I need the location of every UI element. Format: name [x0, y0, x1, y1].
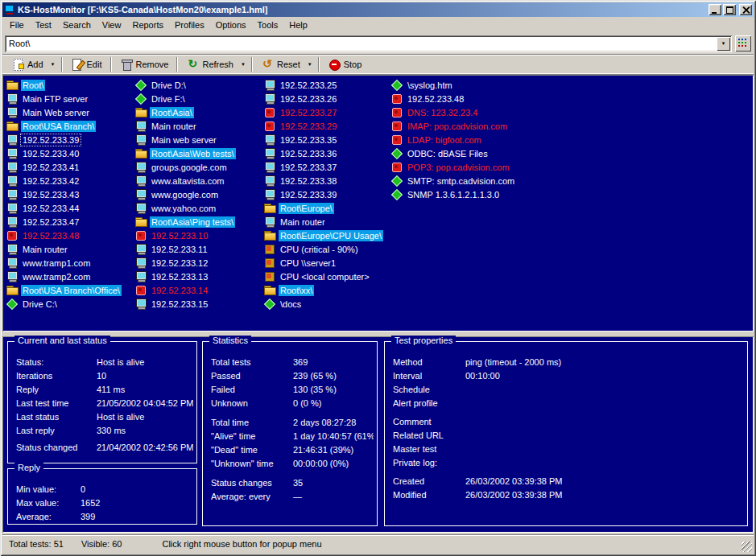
tree-item[interactable]: 192.52.233.39 [4, 133, 133, 146]
maximize-button[interactable] [723, 4, 736, 15]
tree-item[interactable]: 192.52.233.35 [262, 133, 389, 146]
tree-item[interactable]: 192.52.233.25 [262, 78, 389, 92]
path-combo-input[interactable] [5, 35, 717, 52]
tree-item-label: Drive D:\ [150, 80, 188, 91]
tree-item[interactable]: 192.52.233.13 [133, 270, 262, 283]
tree-item[interactable]: 192.52.233.40 [4, 146, 133, 160]
menu-item-profiles[interactable]: Profiles [169, 19, 210, 31]
tree-item[interactable]: POP3: pop.cadvision.com [389, 160, 562, 174]
field-value: 10 [97, 371, 106, 381]
tree-item[interactable]: 192.52.233.11 [133, 242, 262, 256]
close-button[interactable] [739, 4, 752, 15]
chevron-down-icon[interactable]: ▼ [48, 62, 58, 67]
tree-folder-item[interactable]: Root\Asia\Ping tests\ [133, 215, 262, 229]
resize-grip[interactable] [742, 542, 752, 552]
tree-item[interactable]: www.altavista.com [133, 174, 262, 187]
tree-item[interactable]: CPU <local computer> [262, 270, 389, 283]
tree-item[interactable]: www.tramp2.com [4, 270, 133, 283]
tree-item[interactable]: Main web server [133, 133, 262, 146]
refresh-button[interactable]: ↻Refresh [181, 56, 238, 73]
tree-item[interactable]: 192.52.233.38 [262, 174, 389, 187]
tree-folder-item[interactable]: Root\Europe\CPU Usage\ [262, 229, 389, 242]
tree-item-label: Root\USA Branch\ [21, 121, 96, 132]
tree-item[interactable]: DNS: 123.32.23.4 [389, 105, 562, 119]
tree-item[interactable]: Main FTP server [4, 92, 133, 105]
combo-dropdown-button[interactable]: ▼ [717, 37, 730, 51]
tree-item[interactable]: 192.52.233.37 [262, 160, 389, 174]
tree-item[interactable]: 192.52.233.27 [262, 105, 389, 119]
menu-item-view[interactable]: View [97, 19, 127, 31]
tree-item[interactable]: 192.52.233.41 [4, 160, 133, 174]
tree-folder-item[interactable]: Root\USA Branch\Office\ [4, 283, 133, 297]
tree-item[interactable]: 192.52.233.12 [133, 256, 262, 270]
title-bar[interactable]: KS-HostMonitor [F:\KS5-Canada\HostMon20\… [2, 2, 754, 17]
add-button[interactable]: Add [6, 56, 48, 73]
tree-item[interactable]: Drive D:\ [133, 78, 262, 92]
tree-item[interactable]: Drive C:\ [4, 297, 133, 311]
tree-item[interactable]: Main router [4, 242, 133, 256]
tree-item[interactable]: 192.52.233.15 [133, 297, 262, 311]
tree-folder-item[interactable]: Root\ [4, 78, 133, 92]
tree-item[interactable]: 192.52.233.42 [4, 174, 133, 187]
tree-item[interactable]: 192.52.233.36 [262, 146, 389, 160]
tree-item[interactable]: IMAP: pop.cadvision.com [389, 119, 562, 133]
tree-item[interactable]: Main Web server [4, 105, 133, 119]
current-status-groupbox-rows: Status:Host is aliveIterations10Reply411… [16, 355, 193, 459]
chevron-down-icon[interactable]: ▼ [305, 62, 315, 67]
tree-item[interactable]: SMTP: smtp.cadvision.com [389, 174, 562, 187]
tree-item[interactable]: www.google.com [133, 187, 262, 201]
menu-item-test[interactable]: Test [30, 19, 57, 31]
tree-item[interactable]: www.tramp1.com [4, 256, 133, 270]
tree-item[interactable]: 192.52.233.14 [133, 283, 262, 297]
chevron-down-icon[interactable]: ▼ [238, 62, 248, 67]
field-value: ping (timeout - 2000 ms) [465, 357, 561, 367]
tree-item[interactable]: 192.52.233.43 [4, 187, 133, 201]
tree-item[interactable]: CPU (critical - 90%) [262, 242, 389, 256]
tree-item[interactable]: 192.52.233.39 [262, 187, 389, 201]
tree-item[interactable]: 192.52.233.44 [4, 201, 133, 215]
path-combobox[interactable]: ▼ [5, 35, 732, 52]
tree-item[interactable]: LDAP: bigfoot.com [389, 133, 562, 146]
minimize-button[interactable] [708, 4, 721, 15]
tree-item-label: 192.52.233.36 [279, 148, 338, 159]
field-value: 21/05/2002 04:04:52 PM [97, 398, 193, 408]
menu-item-reports[interactable]: Reports [126, 19, 169, 31]
tree-folder-item[interactable]: Root\Asia\ [133, 105, 262, 119]
dead-icon [391, 93, 403, 104]
menu-item-tools[interactable]: Tools [252, 19, 284, 31]
reply-groupbox-title: Reply [14, 463, 43, 472]
menu-item-options[interactable]: Options [210, 19, 252, 31]
tree-item[interactable]: www.yahoo.com [133, 201, 262, 215]
remove-button[interactable]: Remove [115, 56, 174, 73]
tree-item[interactable]: 192.52.233.26 [262, 92, 389, 105]
tree-item[interactable]: ODBC: dBASE Files [389, 146, 562, 160]
tree-folder-item[interactable]: Root\Asia\Web tests\ [133, 146, 262, 160]
reply-groupbox-rows: Min value:0Max value:1652Average:399 [16, 482, 193, 521]
folder-icon [135, 216, 147, 227]
tree-item[interactable]: 192.52.233.48 [4, 229, 133, 242]
tree-item[interactable]: groups.google.com [133, 160, 262, 174]
edit-button[interactable]: Edit [66, 56, 107, 73]
tree-item[interactable]: \docs [262, 297, 389, 311]
menu-item-search[interactable]: Search [57, 19, 97, 31]
tree-item[interactable]: Main router [262, 215, 389, 229]
tree-item[interactable]: 192.52.233.47 [4, 215, 133, 229]
tree-item[interactable]: CPU \\server1 [262, 256, 389, 270]
reset-button[interactable]: ↺Reset [256, 56, 305, 73]
stop-button[interactable]: Stop [323, 56, 367, 73]
menu-item-help[interactable]: Help [283, 19, 313, 31]
field-label: Average: every [211, 492, 293, 501]
tree-folder-item[interactable]: Root\xx\ [262, 283, 389, 297]
tree-item[interactable]: Main router [133, 119, 262, 133]
grid-view-button[interactable] [735, 35, 751, 51]
tree-item[interactable]: 192.52.233.10 [133, 229, 262, 242]
tree-folder-item[interactable]: Root\Europe\ [262, 201, 389, 215]
menu-item-file[interactable]: File [4, 19, 30, 31]
field-value: Host is alive [97, 357, 144, 367]
tree-item[interactable]: 192.52.233.29 [262, 119, 389, 133]
tree-folder-item[interactable]: Root\USA Branch\ [4, 119, 133, 133]
tree-item[interactable]: SNMP 1.3.6.1.2.1.1.3.0 [389, 187, 562, 201]
tree-item[interactable]: \syslog.htm [389, 78, 562, 92]
tree-item[interactable]: 192.52.233.48 [389, 92, 562, 105]
tree-item[interactable]: Drive F:\ [133, 92, 262, 105]
